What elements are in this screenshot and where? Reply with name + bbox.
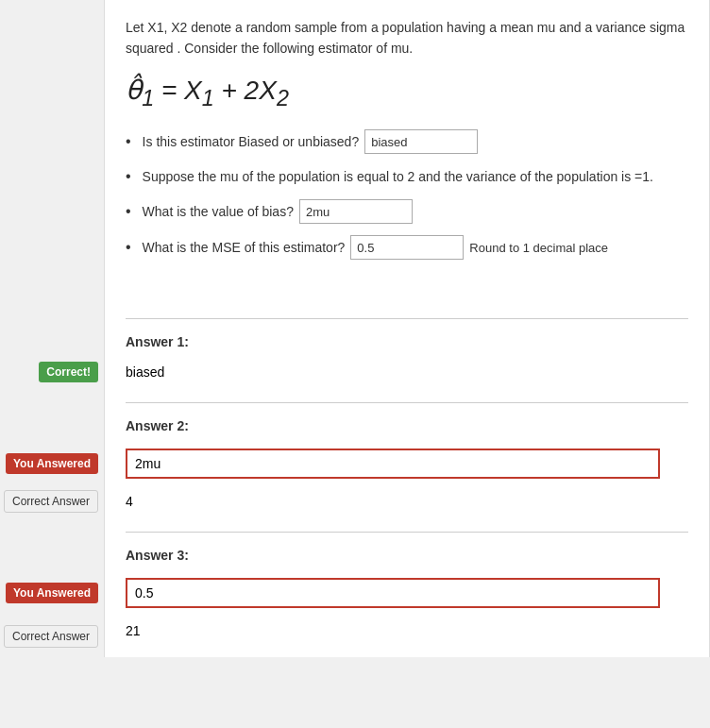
bullet-item-2: Suppose the mu of the population is equa… [126, 165, 688, 188]
mse-input[interactable] [350, 235, 464, 260]
correct-answer-badge-2: Correct Answer [4, 490, 98, 513]
page-wrapper: Let X1, X2 denote a random sample from a… [0, 0, 710, 657]
correct-answer-badge-3: Correct Answer [4, 625, 98, 648]
answer-2-correct-value: 4 [126, 494, 133, 509]
mse-note: Round to 1 decimal place [469, 239, 608, 258]
you-answered-badge-3: You Answered [6, 583, 98, 603]
answer-2-you-value: 2mu [135, 456, 161, 471]
bullet-list: Is this estimator Biased or unbiased? Su… [126, 129, 688, 260]
bias-value-input[interactable] [299, 199, 413, 224]
you-answered-badge-2: You Answered [6, 453, 98, 474]
answer-1-value: biased [126, 364, 164, 380]
answer-1-label: Answer 1: [126, 334, 688, 349]
biased-input[interactable] [364, 129, 478, 154]
question-text: Let X1, X2 denote a random sample from a… [126, 17, 688, 59]
answer-3-correct-value: 21 [126, 623, 141, 638]
answer-3-label: Answer 3: [126, 548, 688, 563]
answer-3-you-value: 0.5 [135, 585, 153, 601]
main-content: Let X1, X2 denote a random sample from a… [104, 0, 710, 303]
bullet-item-3: What is the value of bias? [126, 199, 688, 224]
answer-2-label: Answer 2: [126, 418, 688, 433]
bullet-item-4: What is the MSE of this estimator? Round… [126, 235, 688, 260]
formula-display: θ̂1 = X1 + 2X2 [126, 75, 688, 111]
bullet-item-1: Is this estimator Biased or unbiased? [126, 129, 688, 154]
correct-badge-1: Correct! [39, 362, 98, 382]
